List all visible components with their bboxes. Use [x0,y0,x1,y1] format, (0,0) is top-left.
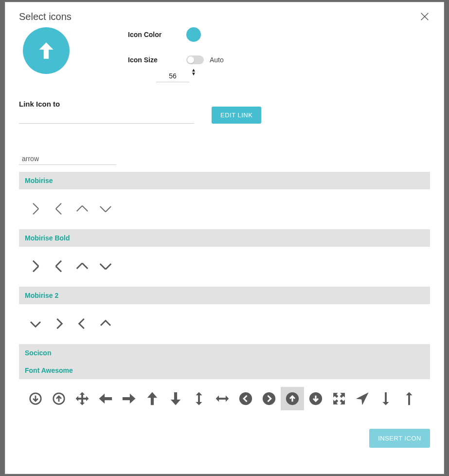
icon-panel[interactable]: Mobirise Mobirise Bold Mobirise 2 Socico… [19,172,430,415]
icon-chevron-left-thin[interactable] [47,197,71,220]
icon-arrow-down[interactable] [164,387,187,410]
svg-point-3 [263,393,275,405]
search-input[interactable] [19,153,116,165]
svg-point-2 [240,393,252,405]
icon-location-arrow[interactable] [351,387,374,410]
icon-chevron-right-thin[interactable] [24,197,47,220]
icon-chevron-right-m2[interactable] [47,312,71,335]
icon-arrow-circle-up[interactable] [281,387,304,410]
icon-chevron-up-m2[interactable] [94,312,117,335]
icon-chevron-up-bold[interactable] [71,255,94,278]
close-icon[interactable] [419,11,430,22]
icon-arrow-right[interactable] [117,387,141,410]
icon-arrow-left[interactable] [94,387,117,410]
icon-arrow-up[interactable] [141,387,164,410]
icon-arrow-circle-o-up[interactable] [47,387,71,410]
icon-size-label: Icon Size [128,56,186,64]
icon-arrow-circle-right[interactable] [257,387,281,410]
icon-color-row: Icon Color [128,27,224,42]
category-socicon[interactable]: Socicon [19,344,430,362]
icon-arrow-circle-left[interactable] [234,387,257,410]
icon-chevron-down-bold[interactable] [94,255,117,278]
insert-icon-button[interactable]: INSERT ICON [369,429,430,448]
modal-footer: INSERT ICON [5,420,444,458]
icon-row-mobirise-bold [19,247,430,287]
link-section: Link Icon to EDIT LINK [5,90,444,124]
icon-long-arrow-down[interactable] [374,387,397,410]
icon-arrows-v[interactable] [187,387,211,410]
icon-chevron-left-bold[interactable] [47,255,71,278]
icon-circle-arrow-left-o[interactable] [94,410,117,415]
search-wrap [5,124,444,165]
icon-cart-arrow-down[interactable] [117,410,141,415]
icon-circle-arrow-right-o[interactable] [71,410,94,415]
icon-arrows-move[interactable] [71,387,94,410]
icon-chevron-right-bold[interactable] [24,255,47,278]
icon-size-input-wrap: ▲ ▼ [156,70,189,82]
icon-arrow-circle-o-down[interactable] [24,387,47,410]
edit-link-button[interactable]: EDIT LINK [212,107,261,124]
icon-arrows-expand[interactable] [327,387,351,410]
icon-chevron-down-m2[interactable] [24,312,47,335]
icon-size-input[interactable] [156,70,189,82]
icon-chevron-up-thin[interactable] [71,197,94,220]
icon-preview [23,27,70,74]
icon-config: Icon Color Icon Size Auto [5,22,444,78]
icon-long-arrow-up[interactable] [397,387,421,410]
icon-long-arrow-left[interactable] [24,410,47,415]
category-mobirise-2[interactable]: Mobirise 2 [19,287,430,304]
icon-size-row: Icon Size Auto [128,55,224,64]
category-mobirise[interactable]: Mobirise [19,172,430,189]
icon-arrow-circle-down[interactable] [304,387,327,410]
modal-title: Select icons [19,11,72,22]
link-label: Link Icon to [19,100,194,108]
icon-long-arrow-right[interactable] [47,410,71,415]
auto-toggle[interactable] [186,55,204,64]
icon-color-swatch[interactable] [186,27,201,42]
link-input[interactable] [19,113,194,124]
icon-picker-modal: Select icons Icon Color Icon Size Auto ▲… [5,2,444,474]
icon-chevron-left-m2[interactable] [71,312,94,335]
category-font-awesome[interactable]: Font Awesome [19,362,430,379]
category-mobirise-bold[interactable]: Mobirise Bold [19,229,430,247]
icon-color-label: Icon Color [128,31,186,38]
icon-row-mobirise-2 [19,304,430,344]
icon-chevron-down-thin[interactable] [94,197,117,220]
icon-row-font-awesome [19,379,430,415]
auto-label: Auto [210,56,224,64]
modal-header: Select icons [5,2,444,22]
icon-arrows-h[interactable] [211,387,234,410]
size-stepper-down-icon[interactable]: ▼ [191,72,196,76]
icon-row-mobirise [19,189,430,229]
